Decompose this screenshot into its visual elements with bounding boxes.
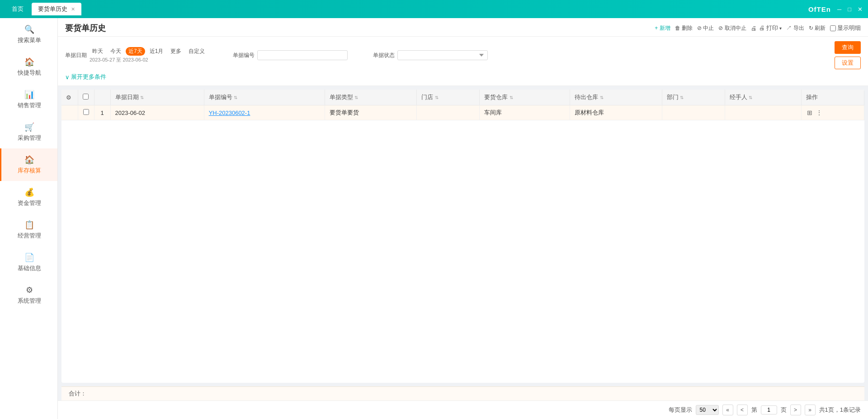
- th-handler-label: 经手人: [730, 94, 747, 100]
- th-date-label: 单据日期: [115, 94, 139, 100]
- table-header: ⚙ 单据日期 ⇅ 单据编号 ⇅: [61, 90, 864, 105]
- th-operation: 操作: [802, 90, 864, 105]
- show-detail-toggle[interactable]: 显示明细: [830, 24, 861, 32]
- main-layout: 🔍 搜索菜单 🏠 快捷导航 📊 销售管理 🛒 采购管理 🏠 库存核算 💰 资金管…: [0, 18, 868, 419]
- sidebar-item-finance[interactable]: 💰 资金管理: [0, 181, 57, 214]
- select-all-checkbox[interactable]: [83, 94, 89, 100]
- sidebar-item-operation[interactable]: 📋 经营管理: [0, 214, 57, 246]
- sidebar-item-sales[interactable]: 📊 销售管理: [0, 83, 57, 116]
- row-date: 2023-06-02: [115, 110, 146, 116]
- th-department[interactable]: 部门 ⇅: [662, 90, 725, 105]
- top-bar: 首页 要货单历史 ✕ OfTEn ─ □ ✕: [0, 0, 868, 18]
- date-buttons: 昨天 今天 近7天 近1月 更多 自定义: [90, 47, 208, 56]
- setting-button[interactable]: 设置: [835, 57, 861, 69]
- op-view-icon[interactable]: ⊞: [807, 109, 812, 116]
- page-header: 要货单历史 + 新增 🗑 删除 ⊘ 中止 ⊘ 取消中止 🖨 🖨 打印 ▾ ↗ 导…: [58, 18, 868, 37]
- td-store: [417, 105, 480, 120]
- th-pending-warehouse[interactable]: 待出仓库 ⇅: [570, 90, 662, 105]
- th-store[interactable]: 门店 ⇅: [417, 90, 480, 105]
- row-index: 1: [100, 110, 104, 116]
- td-req-warehouse: 车间库: [479, 105, 570, 120]
- sidebar-item-system[interactable]: ⚙ 系统管理: [0, 279, 57, 311]
- status-select[interactable]: [397, 50, 488, 60]
- sidebar-item-system-label: 系统管理: [18, 297, 41, 305]
- sidebar: 🔍 搜索菜单 🏠 快捷导航 📊 销售管理 🛒 采购管理 🏠 库存核算 💰 资金管…: [0, 18, 58, 419]
- chart-icon: 📊: [24, 90, 34, 100]
- sidebar-item-inventory[interactable]: 🏠 库存核算: [0, 148, 57, 181]
- next-page-button[interactable]: >: [790, 405, 801, 415]
- sort-doctype-icon: ⇅: [354, 95, 358, 100]
- docno-input[interactable]: [257, 50, 348, 60]
- stop-button[interactable]: ⊘ 中止: [697, 24, 714, 32]
- export-button[interactable]: ↗ 导出: [786, 24, 804, 32]
- tab-close-icon[interactable]: ✕: [71, 6, 75, 12]
- maximize-icon[interactable]: □: [848, 6, 851, 13]
- refresh-button[interactable]: ↻ 刷新: [809, 24, 826, 32]
- expand-filter-button[interactable]: ∨ 展开更多条件: [65, 73, 106, 81]
- th-checkbox: [78, 90, 94, 105]
- page-suffix: 页: [781, 406, 787, 414]
- print-dropdown-icon[interactable]: ▾: [779, 26, 782, 31]
- page-label: 第: [751, 406, 757, 414]
- tab-history[interactable]: 要货单历史 ✕: [32, 3, 81, 15]
- sort-department-icon: ⇅: [680, 95, 684, 100]
- sidebar-item-purchase[interactable]: 🛒 采购管理: [0, 116, 57, 148]
- minimize-icon[interactable]: ─: [837, 6, 841, 13]
- row-checkbox[interactable]: [83, 109, 89, 115]
- date-btn-today[interactable]: 今天: [108, 47, 124, 56]
- th-operation-label: 操作: [806, 94, 818, 100]
- warehouse-icon: 🏠: [24, 155, 34, 165]
- th-docno[interactable]: 单据编号 ⇅: [204, 90, 325, 105]
- sidebar-item-base-info[interactable]: 📄 基础信息: [0, 246, 57, 279]
- add-button[interactable]: + 新增: [655, 24, 670, 32]
- date-btn-1month[interactable]: 近1月: [147, 47, 166, 56]
- finance-icon: 💰: [24, 187, 34, 197]
- page-size-select[interactable]: 50 20 100: [696, 405, 719, 415]
- data-table: ⚙ 单据日期 ⇅ 单据编号 ⇅: [61, 90, 864, 120]
- query-button[interactable]: 查询: [835, 41, 861, 54]
- expand-label: 展开更多条件: [71, 73, 106, 81]
- date-btn-7days[interactable]: 近7天: [126, 47, 145, 56]
- date-range-display: 2023-05-27 至 2023-06-02: [90, 57, 208, 63]
- summary-bar: 合计：: [61, 386, 864, 400]
- row-req-warehouse: 车间库: [484, 109, 502, 116]
- sort-pending-warehouse-icon: ⇅: [600, 95, 604, 100]
- content-area: 要货单历史 + 新增 🗑 删除 ⊘ 中止 ⊘ 取消中止 🖨 🖨 打印 ▾ ↗ 导…: [58, 18, 868, 419]
- sidebar-item-inventory-label: 库存核算: [18, 167, 41, 175]
- operation-icon: 📋: [24, 220, 34, 230]
- th-date[interactable]: 单据日期 ⇅: [110, 90, 204, 105]
- date-btn-custom[interactable]: 自定义: [186, 47, 208, 56]
- search-icon: 🔍: [24, 24, 34, 34]
- summary-label: 合计：: [69, 390, 86, 397]
- document-icon: 📄: [24, 252, 34, 262]
- td-date: 2023-06-02: [110, 105, 204, 120]
- close-window-icon[interactable]: ✕: [858, 6, 863, 13]
- op-more-icon[interactable]: ⋮: [816, 109, 822, 116]
- sort-date-icon: ⇅: [140, 95, 144, 100]
- page-size-label: 每页显示: [669, 406, 692, 414]
- delete-button[interactable]: 🗑 删除: [675, 24, 693, 32]
- th-settings[interactable]: ⚙: [61, 90, 78, 105]
- date-btn-yesterday[interactable]: 昨天: [90, 47, 106, 56]
- sidebar-item-search[interactable]: 🔍 搜索菜单: [0, 18, 57, 51]
- last-page-button[interactable]: »: [805, 405, 816, 415]
- td-docno: YH-20230602-1: [204, 105, 325, 120]
- print-button[interactable]: 🖨 🖨 打印 ▾: [751, 24, 782, 32]
- sidebar-item-quick-nav[interactable]: 🏠 快捷导航: [0, 51, 57, 83]
- show-detail-checkbox[interactable]: [830, 25, 836, 31]
- th-req-warehouse-label: 要货仓库: [484, 94, 508, 100]
- th-handler[interactable]: 经手人 ⇅: [725, 90, 802, 105]
- row-docno-link[interactable]: YH-20230602-1: [209, 110, 250, 116]
- sidebar-item-search-label: 搜索菜单: [18, 36, 41, 44]
- date-btn-more[interactable]: 更多: [168, 47, 184, 56]
- prev-page-button[interactable]: <: [737, 405, 748, 415]
- filter-bar: 单据日期 昨天 今天 近7天 近1月 更多 自定义 2023-05-27 至 2…: [58, 37, 868, 86]
- th-department-label: 部门: [667, 94, 679, 100]
- first-page-button[interactable]: «: [722, 405, 733, 415]
- sidebar-item-operation-label: 经营管理: [18, 232, 41, 240]
- tab-home[interactable]: 首页: [5, 3, 30, 15]
- th-req-warehouse[interactable]: 要货仓库 ⇅: [479, 90, 570, 105]
- cancel-stop-button[interactable]: ⊘ 取消中止: [718, 24, 746, 32]
- page-number-input[interactable]: [761, 405, 777, 414]
- th-doctype[interactable]: 单据类型 ⇅: [325, 90, 417, 105]
